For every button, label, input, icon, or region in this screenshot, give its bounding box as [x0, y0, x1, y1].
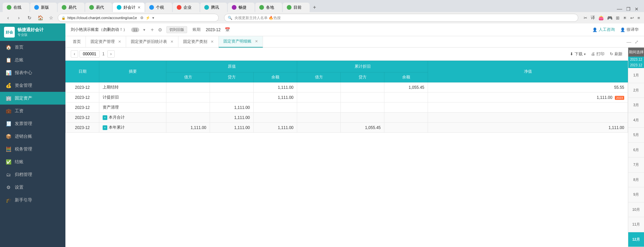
tab-close-icon[interactable]: ✕: [118, 40, 121, 44]
tab-favicon: [287, 5, 291, 10]
month-item-9[interactable]: 9月: [628, 187, 644, 202]
company-name: 刘小艳演示账套（勿删勿动！）: [71, 27, 127, 33]
tab-muqian[interactable]: 目前: [283, 3, 310, 12]
tab-changjie[interactable]: 畅捷: [228, 3, 255, 12]
cell-orig-debit: [166, 92, 210, 103]
bookmark-button[interactable]: ☆: [47, 14, 55, 22]
page-tab-fa-management[interactable]: 固定资产管理 ✕: [86, 36, 126, 48]
game-icon[interactable]: 🎮: [607, 15, 612, 20]
collapse-icon[interactable]: —: [627, 39, 631, 45]
lightning-icon[interactable]: ⚡: [146, 16, 150, 20]
sidebar-item-settings[interactable]: ⚙ 设置: [0, 181, 65, 194]
tab-tengxun[interactable]: 腾讯: [200, 3, 227, 12]
expand-icon[interactable]: ⤢: [635, 39, 639, 45]
grid-icon[interactable]: ⊞: [616, 15, 620, 20]
page-tab-home[interactable]: 首页: [68, 36, 86, 48]
sidebar-item-home[interactable]: 🏠 首页: [0, 41, 65, 54]
month-item-10[interactable]: 10月: [628, 202, 644, 218]
new-tab-button[interactable]: +: [310, 3, 319, 12]
sidebar-item-invoices[interactable]: 🧾 发票管理: [0, 117, 65, 130]
table-body: 2023-12 上期结转 1,111.00 1,055.45 55.55: [66, 82, 628, 133]
month-item-6[interactable]: 6月: [628, 143, 644, 158]
sidebar-item-guide[interactable]: 🎓 新手引导: [0, 194, 65, 206]
add-account-icon[interactable]: +: [151, 27, 154, 33]
sidebar-item-funds[interactable]: 💰 资金管理: [0, 79, 65, 92]
tab-close-icon[interactable]: ✕: [211, 40, 214, 44]
page-tab-fa-depreciation[interactable]: 固定资产折旧统计表 ✕: [126, 36, 178, 48]
browser-toolbar-icons: ✂ 译 👛 🎮 ⊞ ☀ ↩ ≡: [584, 15, 640, 21]
wallet-icon[interactable]: 👛: [598, 15, 604, 20]
tab-geshui[interactable]: 个税: [145, 3, 172, 12]
dropdown-icon[interactable]: ▾: [143, 27, 145, 32]
tab-qiye[interactable]: 企业: [173, 3, 200, 12]
tab-xinban[interactable]: 新版: [30, 3, 57, 12]
month-item-5[interactable]: 5月: [628, 128, 644, 143]
page-tab-fa-ledger[interactable]: 固定资产明细账 ✕: [219, 36, 263, 48]
sidebar-item-label: 进销台账: [15, 133, 32, 139]
prev-page-button[interactable]: ‹: [71, 50, 78, 58]
url-text: https://cloud.chanjet.com/accounting/uw1…: [67, 16, 137, 20]
url-bar[interactable]: 🔒 https://cloud.chanjet.com/accounting/u…: [58, 14, 219, 22]
month-item-8[interactable]: 8月: [628, 173, 644, 188]
minimize-icon[interactable]: —: [617, 6, 622, 12]
url-dropdown-icon[interactable]: ▾: [152, 16, 154, 20]
browser-settings-icon[interactable]: ⚙: [140, 16, 144, 20]
tab-yidai1[interactable]: 易代: [58, 3, 85, 12]
refresh-button[interactable]: ↻ 刷新: [610, 51, 623, 57]
restore-icon[interactable]: ❐: [626, 6, 631, 12]
sidebar-item-closing[interactable]: ✅ 结账: [0, 156, 65, 168]
tab-close-icon[interactable]: ✕: [138, 5, 141, 10]
tab-yidai2[interactable]: 易代: [85, 3, 112, 12]
search-bar[interactable]: 🔍 央视更新主持人名单 🔥热搜: [224, 14, 578, 22]
scissors-icon[interactable]: ✂: [584, 15, 587, 20]
month-item-12[interactable]: 12月: [628, 232, 644, 247]
sidebar-item-general-ledger[interactable]: 📋 总账: [0, 54, 65, 66]
sidebar-item-archive[interactable]: 🗂 归档管理: [0, 168, 65, 181]
chevron-left-icon: ‹: [74, 52, 75, 56]
month-item-7[interactable]: 7月: [628, 158, 644, 173]
period-label: 账期: [193, 27, 201, 33]
month-item-11[interactable]: 11月: [628, 217, 644, 232]
cell-orig-debit: [166, 82, 210, 92]
print-button[interactable]: 🖨 打印: [591, 51, 604, 57]
next-page-button[interactable]: ›: [107, 50, 115, 58]
forward-button[interactable]: ›: [15, 14, 23, 22]
brightness-icon[interactable]: ☀: [623, 15, 627, 20]
period-start-date[interactable]: 2023.12: [628, 57, 644, 62]
col-orig-debit: 借方: [166, 72, 210, 82]
sidebar-item-payroll[interactable]: 💼 工资: [0, 105, 65, 117]
tab-close-active-icon[interactable]: ✕: [255, 39, 258, 44]
period-end-date[interactable]: 2023.12: [628, 62, 644, 68]
calendar-icon[interactable]: 📅: [225, 27, 230, 32]
sidebar-item-tax[interactable]: 🧮 税务管理: [0, 143, 65, 156]
user-profile-button[interactable]: 👤 徐译华: [620, 27, 639, 33]
cell-summary: 上期结转: [99, 82, 166, 92]
translate-icon[interactable]: 译: [591, 15, 595, 21]
page-tab-fa-category[interactable]: 固定资产类别 ✕: [178, 36, 219, 48]
page-number-input[interactable]: [79, 50, 100, 58]
tab-close-icon[interactable]: ✕: [170, 40, 173, 44]
reload-button[interactable]: ↻: [25, 14, 34, 22]
history-icon[interactable]: ↩: [630, 15, 634, 20]
tab-zaixian[interactable]: 在线: [3, 3, 30, 12]
download-button[interactable]: ⬇ 下载 ▾: [570, 51, 586, 57]
tab-gedi[interactable]: 各地: [255, 3, 282, 12]
cell-acc-balance: 1,055.45: [384, 82, 428, 92]
close-window-icon[interactable]: ✕: [635, 6, 639, 12]
sidebar-item-purchase-sales[interactable]: 📦 进销台账: [0, 130, 65, 143]
switch-to-old-version-button[interactable]: 切到旧版: [166, 26, 187, 33]
back-button[interactable]: ‹: [4, 14, 12, 22]
home-button[interactable]: 🏠: [36, 14, 44, 22]
sidebar-item-fixed-assets[interactable]: 🏢 固定资产: [0, 92, 65, 105]
month-item-1[interactable]: 1月: [628, 68, 644, 83]
sidebar-item-reports[interactable]: 📊 报表中心: [0, 66, 65, 79]
settings-account-icon[interactable]: ⚙: [158, 27, 162, 33]
tab-label: 固定资产管理: [91, 39, 115, 45]
month-item-4[interactable]: 4月: [628, 113, 644, 128]
menu-icon[interactable]: ≡: [637, 15, 640, 20]
month-item-3[interactable]: 3月: [628, 98, 644, 113]
table-row-year-total: 2023-12 + 本年累计 1,111.00 1,111.00 1,111.0: [66, 123, 628, 133]
tab-haokuaiji[interactable]: 好会计 ✕: [113, 3, 145, 12]
month-item-2[interactable]: 2月: [628, 83, 644, 98]
customer-service-button[interactable]: 👤 人工咨询: [592, 27, 615, 33]
